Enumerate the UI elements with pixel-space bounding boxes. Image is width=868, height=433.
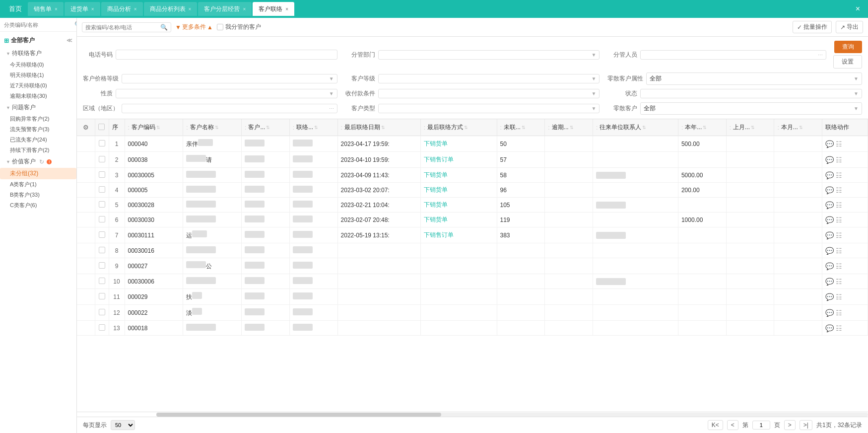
contact-method-link[interactable]: 下销货单 (424, 216, 448, 223)
tab-product-analysis-list[interactable]: 商品分析列表 × (144, 2, 198, 16)
chat-icon[interactable]: 💬 (825, 201, 834, 209)
qr-icon[interactable]: ☷ (836, 186, 842, 194)
chat-icon[interactable]: 💬 (825, 324, 834, 332)
chat-icon[interactable]: 💬 (825, 262, 834, 270)
row-checkbox[interactable] (99, 171, 105, 178)
th-last-contact-method[interactable]: 最后联络方式⇅ (420, 119, 497, 136)
th-last-month[interactable]: 上月...⇅ (726, 119, 774, 136)
row-name[interactable]: 运 (183, 227, 242, 243)
qr-icon[interactable]: ☷ (836, 156, 842, 164)
collapse-icon[interactable]: ≪ (67, 37, 72, 44)
row-checkbox[interactable] (99, 262, 105, 269)
status-select[interactable]: ▼ (640, 89, 862, 98)
th-settings[interactable]: ⚙ (77, 119, 95, 136)
row-name[interactable]: 公 (183, 258, 242, 274)
sidebar-pending-contact[interactable]: 待联络客户 (0, 47, 76, 60)
header-checkbox[interactable] (98, 124, 105, 130)
th-partner-contact[interactable]: 往来单位联系人⇅ (593, 119, 678, 136)
th-code[interactable]: 客户编码⇅ (125, 119, 183, 136)
contact-method-link[interactable]: 下销货单 (424, 201, 448, 208)
home-tab[interactable]: 首页 (4, 4, 27, 13)
row-checkbox[interactable] (99, 156, 105, 162)
person-select[interactable]: ⋯ (640, 50, 826, 60)
qr-icon[interactable]: ☷ (836, 140, 842, 148)
tab-product-list-close[interactable]: × (189, 6, 192, 12)
tab-customer-segment-close[interactable]: × (243, 6, 246, 12)
row-name[interactable]: 扶 (183, 289, 242, 305)
row-name[interactable]: 请 (183, 152, 242, 168)
retail-customer-select[interactable]: 全部 ▼ (640, 102, 862, 115)
row-checkbox[interactable] (99, 140, 105, 146)
reset-button[interactable]: 设置 (833, 55, 862, 69)
qr-icon[interactable]: ☷ (836, 216, 842, 224)
row-name[interactable] (183, 168, 242, 183)
batch-ops-button[interactable]: ✓ 批量操作 (793, 21, 832, 33)
row-checkbox[interactable] (99, 324, 105, 331)
qr-icon[interactable]: ☷ (836, 293, 842, 301)
chat-icon[interactable]: 💬 (825, 278, 834, 286)
page-number-input[interactable] (752, 421, 770, 430)
chat-icon[interactable]: 💬 (825, 293, 834, 301)
phone-input[interactable] (116, 50, 337, 60)
export-button[interactable]: ↗ 导出 (836, 21, 863, 33)
row-checkbox[interactable] (99, 247, 105, 253)
chat-icon[interactable]: 💬 (825, 247, 834, 255)
region-select[interactable]: ⋯ (122, 104, 337, 113)
filter-search-icon[interactable]: 🔍 (160, 24, 168, 31)
row-name[interactable] (183, 213, 242, 227)
row-name[interactable] (183, 321, 242, 336)
th-customer-info[interactable]: 客户...⇅ (242, 119, 290, 136)
page-size-select[interactable]: 50 100 (111, 420, 135, 430)
qr-icon[interactable]: ☷ (836, 247, 842, 255)
contact-method-link[interactable]: 下销售订单 (424, 156, 454, 163)
th-this-year[interactable]: 本年...⇅ (678, 119, 726, 136)
qr-icon[interactable]: ☷ (836, 201, 842, 209)
next-page-button[interactable]: > (784, 420, 796, 430)
payment-select[interactable]: ▼ (378, 89, 600, 98)
chat-icon[interactable]: 💬 (825, 231, 834, 239)
row-name[interactable]: 淡 (183, 305, 242, 321)
sidebar-item-class-c[interactable]: C类客户(6) (0, 200, 76, 211)
qr-icon[interactable]: ☷ (836, 262, 842, 270)
row-name[interactable] (183, 198, 242, 213)
sidebar-item-today[interactable]: 今天待联络(0) (0, 60, 76, 70)
contact-method-link[interactable]: 下销货单 (424, 140, 448, 147)
qr-icon[interactable]: ☷ (836, 171, 842, 179)
tab-product-analysis-close[interactable]: × (134, 6, 137, 12)
chat-icon[interactable]: 💬 (825, 186, 834, 194)
sidebar-item-unclassified[interactable]: 未分组(32) (0, 168, 76, 179)
sidebar-item-already-lost[interactable]: 已流失客户(24) (0, 135, 76, 145)
sidebar-problem-customers[interactable]: 问题客户 (0, 101, 76, 114)
sidebar-item-repeat-abnormal[interactable]: 回购异常客户(2) (0, 114, 76, 124)
th-last-contact-date[interactable]: 最后联络日期⇅ (337, 119, 420, 136)
qr-icon[interactable]: ☷ (836, 309, 842, 317)
window-close-button[interactable]: × (852, 4, 864, 13)
tab-sales[interactable]: 销售单 × (28, 2, 64, 16)
th-overdue[interactable]: 逾期...⇅ (545, 119, 593, 136)
tab-product-analysis[interactable]: 商品分析 × (101, 2, 143, 16)
sidebar-item-tomorrow[interactable]: 明天待联络(1) (0, 70, 76, 80)
tab-sales-close[interactable]: × (55, 6, 58, 12)
price-level-select[interactable]: ▼ (122, 74, 337, 83)
nature-select[interactable]: ▼ (116, 89, 337, 98)
sidebar-item-sustained-decline[interactable]: 持续下滑客户(2) (0, 145, 76, 155)
sidebar-item-class-a[interactable]: A类客户(1) (0, 179, 76, 190)
qr-icon[interactable]: ☷ (836, 324, 842, 332)
row-checkbox[interactable] (99, 216, 105, 222)
th-contact[interactable]: 联络...⇅ (289, 119, 337, 136)
tab-customer-contact-close[interactable]: × (285, 6, 288, 12)
dept-select[interactable]: ▼ (378, 50, 600, 60)
chat-icon[interactable]: 💬 (825, 140, 834, 148)
row-name[interactable] (183, 243, 242, 258)
sidebar-item-overdue[interactable]: 逾期未联络(30) (0, 91, 76, 101)
contact-method-link[interactable]: 下销货单 (424, 186, 448, 193)
last-page-button[interactable]: >| (800, 420, 812, 430)
tab-customer-contact[interactable]: 客户联络 × (253, 2, 294, 16)
row-checkbox[interactable] (99, 201, 105, 208)
chat-icon[interactable]: 💬 (825, 156, 834, 164)
row-name[interactable]: 亲伴 (183, 136, 242, 152)
qr-icon[interactable]: ☷ (836, 278, 842, 286)
customer-type-select[interactable]: ▼ (378, 104, 600, 113)
contact-method-link[interactable]: 下销货单 (424, 171, 448, 178)
row-checkbox[interactable] (99, 231, 105, 238)
